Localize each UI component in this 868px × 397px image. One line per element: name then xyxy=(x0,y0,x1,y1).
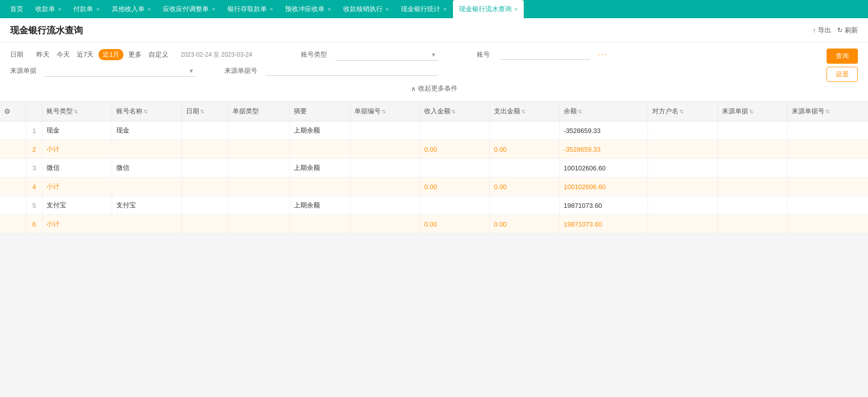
account-label: 账号 xyxy=(477,50,493,59)
nav-close-icon[interactable]: × xyxy=(148,0,151,18)
nav-label: 预收冲应收单 xyxy=(285,0,325,18)
account-type-input[interactable] xyxy=(337,50,436,59)
date-opt-yesterday[interactable]: 昨天 xyxy=(34,49,52,60)
source-doc-no-input[interactable] xyxy=(265,66,437,76)
nav-label: 银行存取款单 xyxy=(227,0,267,18)
cell-date xyxy=(181,196,229,215)
source-doc-select-wrapper[interactable]: ▼ xyxy=(44,65,196,77)
col-header-gear: ⚙ xyxy=(0,102,26,121)
cell-account_type: 小计 xyxy=(42,178,112,196)
table-row: 5支付宝支付宝上期余额19871073.60 xyxy=(0,196,868,215)
nav-close-icon[interactable]: × xyxy=(212,0,215,18)
cell-date xyxy=(181,215,229,234)
nav-close-icon[interactable]: × xyxy=(58,0,61,18)
nav-label: 现金银行统计 xyxy=(401,0,440,18)
cell-account_name xyxy=(112,178,181,196)
cell-balance: 100102606.60 xyxy=(559,178,648,196)
col-header-counterpart[interactable]: 对方户名⇅ xyxy=(648,102,717,121)
cell-counterpart xyxy=(648,196,717,215)
gear-icon[interactable]: ⚙ xyxy=(4,107,11,115)
nav-close-icon[interactable]: × xyxy=(270,0,273,18)
nav-item-2[interactable]: 其他收入单× xyxy=(106,0,157,18)
filter-row-1: 日期 昨天 今天 近7天 近1月 更多 自定义 2023-02-24 至 202… xyxy=(10,49,858,82)
date-filter-row: 日期 昨天 今天 近7天 近1月 更多 自定义 2023-02-24 至 202… xyxy=(10,49,820,61)
nav-close-icon[interactable]: × xyxy=(328,0,331,18)
settings-button[interactable]: 设置 xyxy=(827,67,858,82)
cell-account_name: 微信 xyxy=(112,159,181,178)
nav-item-1[interactable]: 付款单× xyxy=(67,0,105,18)
col-header-balance[interactable]: 余额⇅ xyxy=(559,102,648,121)
nav-item-7[interactable]: 现金银行统计× xyxy=(395,0,452,18)
cell-balance: -3528659.33 xyxy=(559,121,648,140)
date-opt-custom[interactable]: 自定义 xyxy=(147,49,170,60)
cell-summary: 上期余额 xyxy=(289,159,350,178)
cell-account_name xyxy=(112,215,181,234)
nav-item-4[interactable]: 银行存取款单× xyxy=(221,0,279,18)
col-header-source_doc_no[interactable]: 来源单据号⇅ xyxy=(787,102,868,121)
date-opt-more[interactable]: 更多 xyxy=(126,49,144,60)
col-header-expense[interactable]: 支出金额⇅ xyxy=(490,102,560,121)
date-opt-1month[interactable]: 近1月 xyxy=(99,49,123,60)
cell-source_doc_no xyxy=(787,121,868,140)
nav-item-3[interactable]: 应收应付调整单× xyxy=(157,0,221,18)
nav-item-5[interactable]: 预收冲应收单× xyxy=(279,0,337,18)
cell-doc_no xyxy=(350,140,420,159)
cell-num: 1 xyxy=(26,121,42,140)
nav-close-icon[interactable]: × xyxy=(96,0,99,18)
nav-close-icon[interactable]: × xyxy=(515,0,518,18)
table-row: 1现金现金上期余额-3528659.33 xyxy=(0,121,868,140)
col-header-date[interactable]: 日期⇅ xyxy=(181,102,229,121)
collapse-button[interactable]: ∧ 收起更多条件 xyxy=(10,82,858,95)
sort-icon: ⇅ xyxy=(74,109,78,114)
refresh-icon: ↻ xyxy=(837,26,843,34)
col-header-doc_no[interactable]: 单据编号⇅ xyxy=(350,102,420,121)
source-doc-no-label: 来源单据号 xyxy=(224,66,257,75)
cell-gear xyxy=(0,215,26,234)
sort-icon: ⇅ xyxy=(200,109,204,114)
cell-expense xyxy=(490,159,560,178)
nav-item-6[interactable]: 收款核销执行× xyxy=(337,0,395,18)
cell-expense xyxy=(490,196,560,215)
source-doc-input[interactable] xyxy=(47,66,188,75)
cell-account_name: 支付宝 xyxy=(112,196,181,215)
left-filters: 日期 昨天 今天 近7天 近1月 更多 自定义 2023-02-24 至 202… xyxy=(10,49,820,81)
account-input[interactable] xyxy=(501,50,590,60)
date-opt-today[interactable]: 今天 xyxy=(55,49,72,60)
cell-date xyxy=(181,121,229,140)
sort-icon: ⇅ xyxy=(521,109,525,114)
page-header: 现金银行流水查询 ↑ 导出 ↻ 刷新 xyxy=(0,18,868,42)
nav-label: 收款单 xyxy=(35,0,55,18)
cell-balance: 19871073.60 xyxy=(559,196,648,215)
cell-balance: -3528659.33 xyxy=(559,140,648,159)
cell-summary xyxy=(289,140,350,159)
cell-expense: 0.00 xyxy=(490,215,560,234)
account-type-label: 账号类型 xyxy=(301,50,327,59)
col-header-source_doc[interactable]: 来源单据⇅ xyxy=(717,102,787,121)
col-header-account_name[interactable]: 账号名称⇅ xyxy=(112,102,181,121)
nav-close-icon[interactable]: × xyxy=(386,0,389,18)
export-button[interactable]: ↑ 导出 xyxy=(813,26,832,35)
source-doc-label: 来源单据 xyxy=(10,66,36,75)
nav-item-0[interactable]: 收款单× xyxy=(29,0,67,18)
header-actions: ↑ 导出 ↻ 刷新 xyxy=(813,26,858,35)
filter-area: 日期 昨天 今天 近7天 近1月 更多 自定义 2023-02-24 至 202… xyxy=(0,42,868,102)
cell-account_type: 微信 xyxy=(42,159,112,178)
nav-label: 收款核销执行 xyxy=(343,0,383,18)
date-opt-7days[interactable]: 近7天 xyxy=(75,49,96,60)
account-dots-button[interactable]: ··· xyxy=(598,50,608,59)
date-label: 日期 xyxy=(10,50,26,59)
nav-home[interactable]: 首页 xyxy=(4,0,29,18)
col-header-account_type[interactable]: 账号类型⇅ xyxy=(42,102,112,121)
query-button[interactable]: 查询 xyxy=(827,49,858,64)
nav-label: 付款单 xyxy=(73,0,93,18)
col-header-income[interactable]: 收入金额⇅ xyxy=(420,102,490,121)
nav-label: 应收应付调整单 xyxy=(163,0,209,18)
cell-num: 6 xyxy=(26,215,42,234)
cell-counterpart xyxy=(648,140,717,159)
nav-item-8[interactable]: 现金银行流水查询× xyxy=(453,0,524,18)
cell-expense: 0.00 xyxy=(490,178,560,196)
refresh-button[interactable]: ↻ 刷新 xyxy=(837,26,858,35)
account-type-select-wrapper[interactable]: ▼ xyxy=(335,49,438,61)
nav-close-icon[interactable]: × xyxy=(443,0,446,18)
cell-summary: 上期余额 xyxy=(289,196,350,215)
